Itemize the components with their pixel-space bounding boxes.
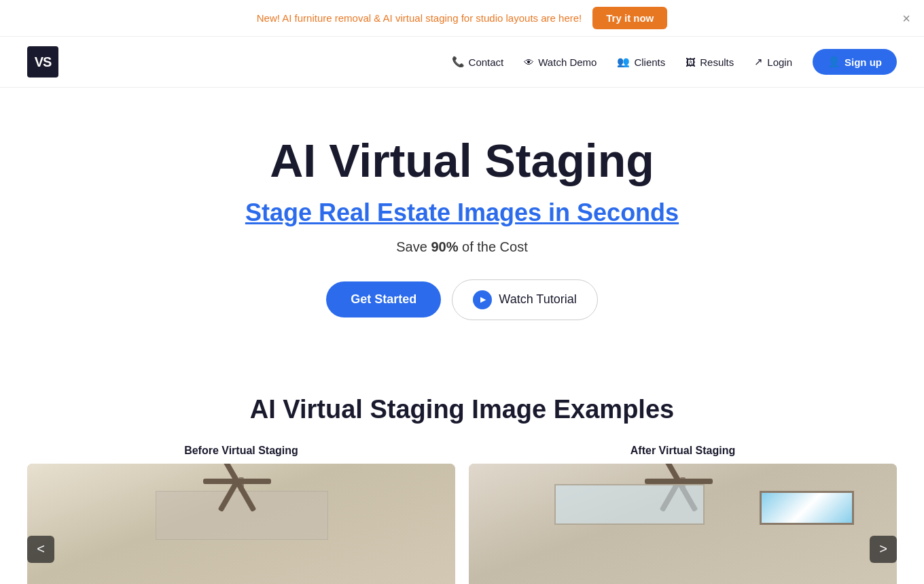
try-it-now-button[interactable]: Try it now [592, 7, 667, 29]
painting [760, 491, 854, 525]
logo[interactable]: VS [27, 46, 58, 78]
ceiling-fan-before [200, 470, 282, 498]
save-suffix: of the Cost [458, 239, 527, 254]
signup-button[interactable]: 👤 Sign up [813, 49, 897, 75]
fan-blade-4 [203, 479, 237, 484]
results-icon: 🖼 [686, 56, 696, 68]
after-room [469, 464, 897, 584]
before-label: Before Virtual Staging [184, 445, 298, 457]
nav-watch-demo[interactable]: 👁 Watch Demo [524, 56, 597, 68]
hero-title: AI Virtual Staging [27, 135, 897, 186]
signup-label: Sign up [845, 56, 882, 68]
nav-results-label: Results [700, 56, 734, 68]
nav-contact-label: Contact [469, 56, 504, 68]
login-label: Login [767, 56, 792, 68]
after-label: After Virtual Staging [630, 445, 735, 457]
nav-clients[interactable]: 👥 Clients [617, 56, 665, 68]
banner-text: New! AI furniture removal & AI virtual s… [257, 12, 582, 24]
nav-clients-label: Clients [634, 56, 665, 68]
login-icon: ↗ [754, 56, 763, 68]
nav-watch-demo-label: Watch Demo [538, 56, 597, 68]
navbar: VS 📞 Contact 👁 Watch Demo 👥 Clients 🖼 Re… [0, 37, 924, 88]
watch-tutorial-label: Watch Tutorial [499, 292, 576, 307]
before-room [27, 464, 455, 584]
watch-tutorial-button[interactable]: ▶ Watch Tutorial [452, 279, 597, 320]
nav-contact[interactable]: 📞 Contact [452, 56, 504, 68]
hero-section: AI Virtual Staging Stage Real Estate Ima… [0, 88, 924, 381]
top-banner: New! AI furniture removal & AI virtual s… [0, 0, 924, 37]
nav-links: 📞 Contact 👁 Watch Demo 👥 Clients 🖼 Resul… [452, 49, 897, 75]
signup-icon: 👤 [828, 56, 840, 68]
hero-subtitle: Stage Real Estate Images in Seconds [27, 199, 897, 227]
fan-blade-3 [218, 480, 240, 512]
save-prefix: Save [396, 239, 431, 254]
clients-icon: 👥 [617, 56, 630, 68]
get-started-button[interactable]: Get Started [326, 281, 441, 317]
window-after [554, 484, 705, 525]
nav-results[interactable]: 🖼 Results [686, 56, 734, 68]
hero-buttons: Get Started ▶ Watch Tutorial [27, 279, 897, 320]
fan-blade-a1 [679, 479, 713, 484]
phone-icon: 📞 [452, 56, 465, 68]
examples-section: AI Virtual Staging Image Examples Before… [0, 381, 924, 584]
examples-grid: Before Virtual Staging After Virtual Sta… [27, 445, 897, 584]
fan-blade-a4 [645, 479, 679, 484]
fan-blade-1 [237, 479, 271, 484]
examples-title: AI Virtual Staging Image Examples [27, 395, 897, 424]
banner-close-button[interactable]: × [902, 12, 910, 25]
save-percent: 90% [431, 239, 458, 254]
eye-icon: 👁 [524, 56, 534, 68]
before-column: Before Virtual Staging [27, 445, 455, 584]
carousel-next-button[interactable]: > [870, 536, 897, 563]
hero-save-text: Save 90% of the Cost [27, 239, 897, 255]
play-icon: ▶ [473, 290, 492, 309]
login-link[interactable]: ↗ Login [754, 56, 792, 68]
before-image [27, 464, 455, 584]
after-column: After Virtual Staging [469, 445, 897, 584]
carousel-prev-button[interactable]: < [27, 536, 54, 563]
after-image [469, 464, 897, 584]
